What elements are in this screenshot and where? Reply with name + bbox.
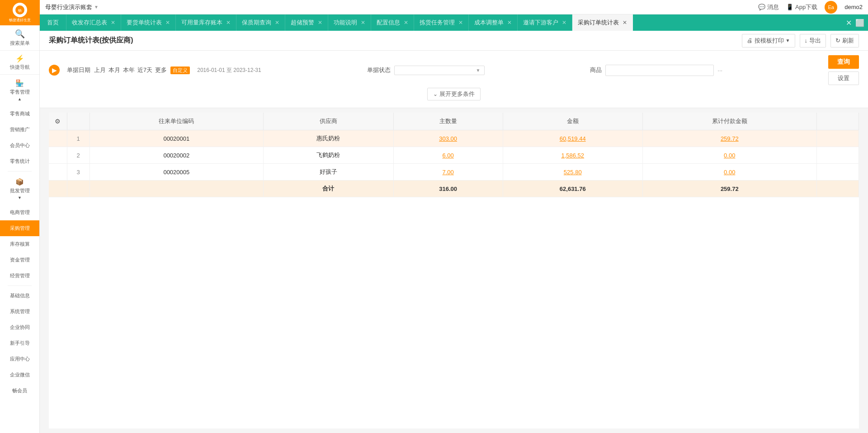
tab-peizhi[interactable]: 配置信息 ✕ xyxy=(371,14,414,31)
sidebar-item-wechat[interactable]: 企业微信 xyxy=(0,367,39,383)
row1-extra xyxy=(816,130,859,147)
tab-baozhiqi-close[interactable]: ✕ xyxy=(275,19,279,26)
footer-extra xyxy=(816,181,859,197)
app-logo[interactable]: 畅 畅捷通好生意 xyxy=(0,0,40,25)
filter-toggle-btn[interactable]: ▶ xyxy=(49,65,60,76)
sidebar-item-appcenter[interactable]: 应用中心 xyxy=(0,351,39,367)
sidebar-wholesale-label: 批发管理 xyxy=(10,187,30,194)
row2-code: 00020002 xyxy=(90,147,264,164)
th-code: 往来单位编码 xyxy=(90,113,264,130)
app-download-btn[interactable]: 📱 App下载 xyxy=(786,3,817,11)
goods-input[interactable] xyxy=(605,65,714,76)
sidebar-item-operation[interactable]: 经营管理 xyxy=(0,268,39,284)
sidebar-item-retail[interactable]: 🏪 零售管理 ▲ xyxy=(0,75,39,106)
sidebar-item-vip[interactable]: 畅会员 xyxy=(0,383,39,399)
row1-quantity[interactable]: 303.00 xyxy=(393,130,503,147)
refresh-btn[interactable]: ↻ 刷新 xyxy=(830,34,859,48)
row2-quantity[interactable]: 6.00 xyxy=(393,147,503,164)
page-title: 采购订单统计表(按供应商) xyxy=(49,36,133,45)
th-settings: ⚙ xyxy=(49,113,67,130)
gear-icon[interactable]: ⚙ xyxy=(55,118,61,125)
template-print-btn[interactable]: 🖨 按模板打印 ▼ xyxy=(742,34,795,48)
main-area: 母婴行业演示账套 ▼ 💬 消息 📱 App下载 Ea demo2 首页 收发存汇… xyxy=(40,0,868,433)
sidebar-item-retailstats[interactable]: 零售统计 xyxy=(0,153,39,169)
top-bar: 母婴行业演示账套 ▼ 💬 消息 📱 App下载 Ea demo2 xyxy=(40,0,868,14)
tab-baozhiqi[interactable]: 保质期查询 ✕ xyxy=(236,14,285,31)
tab-maximize-btn[interactable]: ⬜ xyxy=(855,19,864,27)
tab-chenbendiaozheng-close[interactable]: ✕ xyxy=(507,19,512,26)
tab-yaohuo[interactable]: 要货单统计表 ✕ xyxy=(121,14,176,31)
sidebar-item-collab[interactable]: 企业协同 xyxy=(0,319,39,335)
row3-quantity[interactable]: 7.00 xyxy=(393,164,503,181)
row3-paid[interactable]: 0.00 xyxy=(642,164,816,181)
row2-paid[interactable]: 0.00 xyxy=(642,147,816,164)
shortcut-7days[interactable]: 近7天 xyxy=(137,66,152,74)
tab-peizhi-close[interactable]: ✕ xyxy=(404,19,408,26)
tab-paihuorenwu-close[interactable]: ✕ xyxy=(458,19,463,26)
th-paid: 累计付款金额 xyxy=(642,113,816,130)
account-dropdown[interactable]: 母婴行业演示账套 ▼ xyxy=(45,3,755,11)
sidebar-item-member[interactable]: 会员中心 xyxy=(0,138,39,153)
status-select[interactable]: ▼ xyxy=(394,66,485,75)
sidebar-item-system[interactable]: 系统管理 xyxy=(0,304,39,319)
message-btn[interactable]: 💬 消息 xyxy=(758,3,779,11)
filter-row-1: ▶ 单据日期 上月 本月 本年 近7天 更多 自定义 2016-01-01 至 … xyxy=(49,55,859,85)
sidebar-system-label: 系统管理 xyxy=(10,308,30,315)
sidebar-quicknav[interactable]: ⚡ 快捷导航 xyxy=(0,51,39,75)
sidebar-item-inventory[interactable]: 库存核算 xyxy=(0,236,39,252)
sidebar-item-ecommerce[interactable]: 电商管理 xyxy=(0,205,39,220)
tab-chaochuyujing[interactable]: 超储预警 ✕ xyxy=(285,14,328,31)
sidebar-search[interactable]: 🔍 搜索菜单 xyxy=(0,25,39,51)
row1-amount[interactable]: 60,519.44 xyxy=(503,130,642,147)
tab-keyongliang[interactable]: 可用量库存账本 ✕ xyxy=(176,14,236,31)
sidebar-item-newbie[interactable]: 新手引导 xyxy=(0,335,39,351)
row1-paid[interactable]: 259.72 xyxy=(642,130,816,147)
row2-amount[interactable]: 1,586.52 xyxy=(503,147,642,164)
goods-input-more[interactable]: ··· xyxy=(717,67,722,74)
shortcut-this-year[interactable]: 本年 xyxy=(123,66,135,74)
sidebar-item-marketing[interactable]: 营销推广 xyxy=(0,122,39,138)
row2-index: 2 xyxy=(67,147,90,164)
row1-code: 00020001 xyxy=(90,130,264,147)
sidebar-item-finance[interactable]: 资金管理 xyxy=(0,252,39,268)
row3-amount[interactable]: 525.80 xyxy=(503,164,642,181)
tab-gongnengshuo-close[interactable]: ✕ xyxy=(361,19,365,26)
shortcut-more[interactable]: 更多 xyxy=(155,66,167,74)
tab-home[interactable]: 首页 xyxy=(40,14,66,31)
tab-caigoudinghuan-close[interactable]: ✕ xyxy=(623,19,627,26)
sidebar-item-basic[interactable]: 基础信息 xyxy=(0,288,39,304)
user-name[interactable]: demo2 xyxy=(844,4,863,10)
shortcut-this-month[interactable]: 本月 xyxy=(108,66,120,74)
sidebar-item-purchase[interactable]: 采购管理 xyxy=(0,220,39,236)
tab-paihuorenwu[interactable]: 拣货任务管理 ✕ xyxy=(414,14,469,31)
tab-yaoqingxiayou-close[interactable]: ✕ xyxy=(562,19,566,26)
tab-caigoudinghuan[interactable]: 采购订单统计表 ✕ xyxy=(572,14,633,31)
tab-yaohuo-close[interactable]: ✕ xyxy=(165,19,170,26)
tab-shoufahuizong-close[interactable]: ✕ xyxy=(111,19,115,26)
sidebar-retail-label: 零售管理 xyxy=(10,89,30,95)
export-btn[interactable]: ↓ 导出 xyxy=(800,34,826,48)
footer-settings xyxy=(49,181,67,197)
tab-close-all-btn[interactable]: ✕ xyxy=(846,19,852,27)
custom-badge[interactable]: 自定义 xyxy=(170,67,190,74)
settings-btn[interactable]: 设置 xyxy=(828,71,859,85)
sidebar-item-retailshop[interactable]: 零售商城 xyxy=(0,106,39,122)
query-btn[interactable]: 查询 xyxy=(828,55,859,69)
row1-supplier: 惠氏奶粉 xyxy=(264,130,394,147)
sidebar-item-wholesale[interactable]: 📦 批发管理 ▼ xyxy=(0,173,39,205)
tab-chenbendiaozheng[interactable]: 成本调整单 ✕ xyxy=(469,14,518,31)
sidebar-inventory-label: 库存核算 xyxy=(10,241,30,247)
tab-keyongliang-close[interactable]: ✕ xyxy=(226,19,231,26)
tab-gongnengshuo[interactable]: 功能说明 ✕ xyxy=(328,14,371,31)
user-avatar[interactable]: Ea xyxy=(825,1,837,14)
tab-chaochuyujing-label: 超储预警 xyxy=(291,19,314,27)
tab-chaochuyujing-close[interactable]: ✕ xyxy=(318,19,322,26)
tab-yaoqingxiayou[interactable]: 邀请下游客户 ✕ xyxy=(518,14,572,31)
shortcut-last-month[interactable]: 上月 xyxy=(94,66,106,74)
tab-shoufahuizong[interactable]: 收发存汇总表 ✕ xyxy=(66,14,121,31)
print-icon: 🖨 xyxy=(747,37,753,44)
tab-home-label: 首页 xyxy=(47,19,59,27)
tab-gongnengshuo-label: 功能说明 xyxy=(334,19,357,27)
expand-more-btn[interactable]: ⌄ 展开更多条件 xyxy=(427,88,481,100)
logo-circle: 畅 xyxy=(13,3,27,17)
